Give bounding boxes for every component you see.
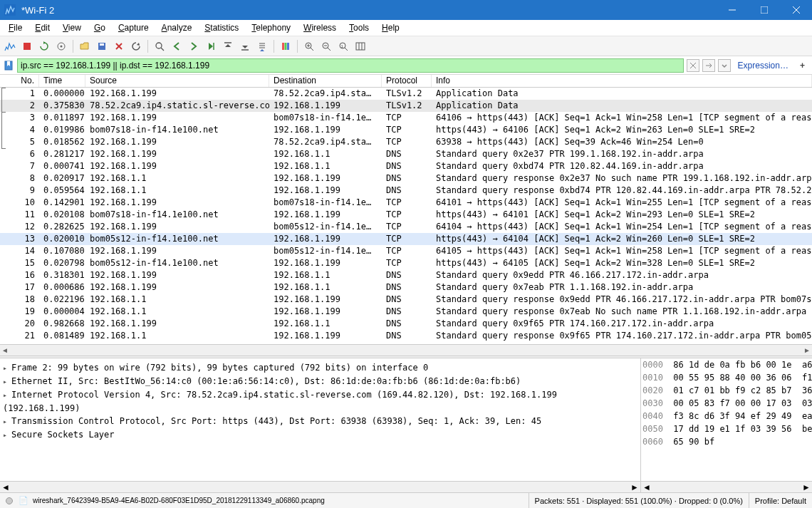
colorize-icon[interactable] xyxy=(279,39,293,53)
add-filter-button[interactable]: + xyxy=(796,61,809,71)
app-icon xyxy=(4,4,16,16)
packet-row[interactable]: 40.019986bom07s18-in-f14.1e100.net192.16… xyxy=(0,124,812,136)
packet-row[interactable]: 30.011897192.168.1.199bom07s18-in-f14.1e… xyxy=(0,112,812,124)
packet-row[interactable]: 10.000000192.168.1.19978.52.2ca9.ip4.sta… xyxy=(0,88,812,100)
detail-tree-item[interactable]: Ethernet II, Src: BestItWo_56:14:c0 (00:… xyxy=(3,375,637,388)
status-bar: 📄 wireshark_76423949-B5A9-4EA6-B02D-680F… xyxy=(0,492,812,508)
zoom-out-icon[interactable] xyxy=(319,39,333,53)
packet-row[interactable]: 150.020798bom05s12-in-f14.1e100.net192.1… xyxy=(0,257,812,269)
first-packet-icon[interactable] xyxy=(221,39,235,53)
svg-rect-17 xyxy=(285,43,287,50)
detail-tree-item[interactable]: Transmission Control Protocol, Src Port:… xyxy=(3,415,637,428)
resize-columns-icon[interactable] xyxy=(353,39,368,53)
packet-row[interactable]: 90.059564192.168.1.1192.168.1.199DNSStan… xyxy=(0,185,812,197)
folder-icon: 📄 xyxy=(19,496,28,505)
menu-go[interactable]: Go xyxy=(88,21,111,34)
capture-options-icon[interactable] xyxy=(54,39,68,53)
packet-row[interactable]: 140.107080192.168.1.199bom05s12-in-f14.1… xyxy=(0,245,812,257)
save-file-icon[interactable] xyxy=(95,39,109,53)
packet-row[interactable]: 100.142901192.168.1.199bom07s18-in-f14.1… xyxy=(0,197,812,209)
details-hscroll[interactable]: ◄► xyxy=(0,481,641,492)
packet-row[interactable]: 80.020917192.168.1.1192.168.1.199DNSStan… xyxy=(0,172,812,185)
col-protocol[interactable]: Protocol xyxy=(382,75,432,87)
menu-telephony[interactable]: Telephony xyxy=(246,21,296,34)
hex-row[interactable]: 0060 65 90 bf xyxy=(642,435,811,448)
packet-row[interactable]: 200.982668192.168.1.199192.168.1.1DNSSta… xyxy=(0,318,812,330)
menu-wireless[interactable]: Wireless xyxy=(298,21,342,34)
col-destination[interactable]: Destination xyxy=(269,75,382,87)
status-profile[interactable]: Profile: Default xyxy=(749,493,812,508)
detail-tree-item[interactable]: Frame 2: 99 bytes on wire (792 bits), 99… xyxy=(3,361,637,375)
status-file: wireshark_76423949-B5A9-4EA6-B02D-680F03… xyxy=(33,497,325,504)
clear-filter-icon[interactable] xyxy=(687,59,699,72)
display-filter-input[interactable] xyxy=(17,58,684,73)
packet-row[interactable]: 120.282625192.168.1.199bom05s12-in-f14.1… xyxy=(0,221,812,233)
menu-analyze[interactable]: Analyze xyxy=(156,21,198,34)
packet-row[interactable]: 50.018562192.168.1.19978.52.2ca9.ip4.sta… xyxy=(0,136,812,148)
menu-view[interactable]: View xyxy=(57,21,87,34)
start-capture-icon[interactable] xyxy=(3,39,17,53)
bookmark-filter-icon[interactable] xyxy=(3,60,14,71)
col-source[interactable]: Source xyxy=(85,75,269,87)
zoom-in-icon[interactable] xyxy=(302,39,316,53)
packet-list-pane: No. Time Source Destination Protocol Inf… xyxy=(0,75,812,356)
menu-edit[interactable]: Edit xyxy=(29,21,56,34)
packet-hscroll[interactable]: ◄► xyxy=(0,344,812,356)
auto-scroll-icon[interactable] xyxy=(255,39,269,53)
hex-row[interactable]: 0020 01 c7 01 bb f9 c2 85 b7 36 xyxy=(642,384,811,397)
find-packet-icon[interactable] xyxy=(152,39,167,53)
col-time[interactable]: Time xyxy=(39,75,85,87)
zoom-reset-icon[interactable]: 1 xyxy=(336,39,350,53)
next-packet-icon[interactable] xyxy=(187,39,201,53)
packet-rows[interactable]: 10.000000192.168.1.19978.52.2ca9.ip4.sta… xyxy=(0,88,812,344)
col-info[interactable]: Info xyxy=(432,75,812,87)
packet-row[interactable]: 20.37583078.52.2ca9.ip4.static.sl-revers… xyxy=(0,100,812,112)
reload-file-icon[interactable] xyxy=(129,39,143,53)
svg-rect-16 xyxy=(282,43,284,50)
packet-row[interactable]: 180.022196192.168.1.1192.168.1.199DNSSta… xyxy=(0,294,812,306)
restart-capture-icon[interactable] xyxy=(37,39,51,53)
packet-row[interactable]: 190.000004192.168.1.1192.168.1.199DNSSta… xyxy=(0,306,812,318)
hex-row[interactable]: 0030 00 05 83 f7 00 00 17 03 03 xyxy=(642,397,811,410)
open-file-icon[interactable] xyxy=(78,39,92,53)
menu-tools[interactable]: Tools xyxy=(343,21,375,34)
packet-row[interactable]: 70.000741192.168.1.199192.168.1.1DNSStan… xyxy=(0,160,812,172)
hex-row[interactable]: 0010 00 55 95 88 40 00 36 06 f1 xyxy=(642,371,811,384)
svg-rect-29 xyxy=(356,43,365,50)
expert-info-icon[interactable] xyxy=(6,497,13,504)
menu-statistics[interactable]: Statistics xyxy=(199,21,244,34)
hex-hscroll[interactable]: ◄► xyxy=(641,481,812,492)
goto-packet-icon[interactable] xyxy=(204,39,218,53)
col-no[interactable]: No. xyxy=(0,75,39,87)
recent-filter-icon[interactable] xyxy=(718,59,731,72)
menu-file[interactable]: File xyxy=(3,21,28,34)
detail-tree-item[interactable]: Internet Protocol Version 4, Src: 78.52.… xyxy=(3,388,637,415)
packet-row[interactable]: 110.020108bom07s18-in-f14.1e100.net192.1… xyxy=(0,209,812,221)
stop-capture-icon[interactable] xyxy=(20,39,34,53)
maximize-button[interactable] xyxy=(748,0,780,20)
close-file-icon[interactable] xyxy=(112,39,126,53)
svg-text:1: 1 xyxy=(341,43,344,48)
packet-row[interactable]: 60.281217192.168.1.199192.168.1.1DNSStan… xyxy=(0,148,812,160)
svg-line-12 xyxy=(161,48,164,51)
packet-row[interactable]: 130.020010bom05s12-in-f14.1e100.net192.1… xyxy=(0,233,812,245)
packet-bytes-pane[interactable]: 0000 86 1d de 0a fb b6 00 1e a60010 00 5… xyxy=(641,358,812,481)
apply-filter-icon[interactable] xyxy=(702,59,715,72)
packet-details-pane[interactable]: Frame 2: 99 bytes on wire (792 bits), 99… xyxy=(0,358,641,481)
hex-row[interactable]: 0040 f3 8c d6 3f 94 ef 29 49 ea xyxy=(642,410,811,423)
prev-packet-icon[interactable] xyxy=(170,39,184,53)
column-headers[interactable]: No. Time Source Destination Protocol Inf… xyxy=(0,75,812,88)
minimize-button[interactable] xyxy=(716,0,748,20)
menu-help[interactable]: Help xyxy=(376,21,405,34)
last-packet-icon[interactable] xyxy=(238,39,252,53)
close-button[interactable] xyxy=(780,0,812,20)
packet-row[interactable]: 210.081489192.168.1.1192.168.1.199DNSSta… xyxy=(0,330,812,342)
packet-row[interactable]: 170.000686192.168.1.199192.168.1.1DNSSta… xyxy=(0,281,812,294)
hex-row[interactable]: 0050 17 dd 19 e1 1f 03 39 56 be xyxy=(642,423,811,435)
expression-button[interactable]: Expression… xyxy=(734,61,793,71)
menu-capture[interactable]: Capture xyxy=(113,21,155,34)
detail-tree-item[interactable]: Secure Sockets Layer xyxy=(3,428,637,442)
hex-row[interactable]: 0000 86 1d de 0a fb b6 00 1e a6 xyxy=(642,358,811,371)
packet-row[interactable]: 160.318301192.168.1.199192.168.1.1DNSSta… xyxy=(0,269,812,281)
svg-line-27 xyxy=(345,48,348,51)
